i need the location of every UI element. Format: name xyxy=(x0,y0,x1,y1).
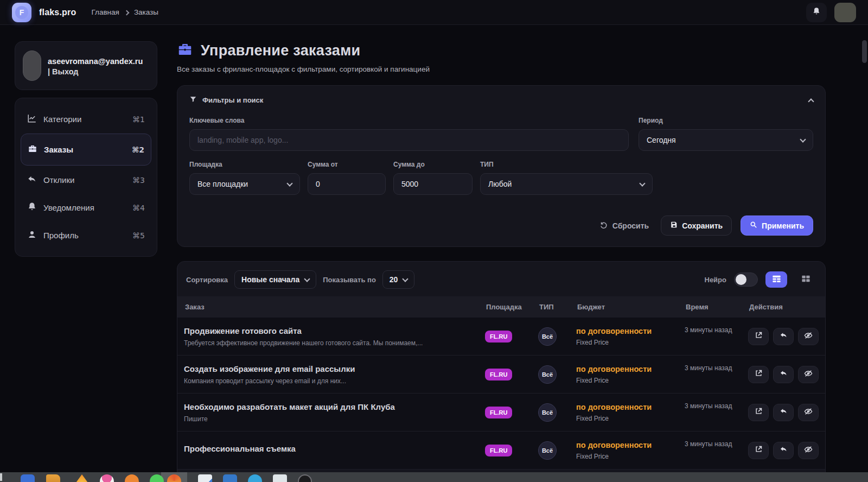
table-row[interactable]: Профессиональная съемка FL.RU Всё по дог… xyxy=(177,432,825,470)
pink-circle-app-icon[interactable] xyxy=(100,474,114,482)
sidebar-item-categories[interactable]: Категории ⌘1 xyxy=(21,106,151,132)
reply-icon xyxy=(780,331,788,341)
order-time: 3 минуты назад xyxy=(685,394,748,410)
telegram-app-icon[interactable] xyxy=(248,474,262,482)
scrollbar-thumb[interactable] xyxy=(862,40,867,63)
open-external-button[interactable] xyxy=(748,366,769,383)
reply-button[interactable] xyxy=(773,442,794,459)
shortcut-badge: ⌘5 xyxy=(132,231,145,240)
bell-icon xyxy=(812,7,821,18)
sort-select[interactable]: Новые сначала xyxy=(234,270,316,289)
breadcrumb-home[interactable]: Главная xyxy=(92,8,119,16)
reply-icon xyxy=(780,445,788,455)
col-time: Время xyxy=(685,303,748,311)
chevron-right-icon xyxy=(124,10,129,15)
dark-circle-app-icon[interactable] xyxy=(298,474,312,482)
sidebar-item-label: Категории xyxy=(43,115,81,124)
period-select[interactable]: Сегодня xyxy=(639,129,813,151)
apply-button[interactable]: Применить xyxy=(741,215,813,236)
open-external-button[interactable] xyxy=(748,404,769,421)
table-row[interactable]: Необходимо разработать макет акций для П… xyxy=(177,394,825,432)
col-budget: Бюджет xyxy=(576,303,685,311)
blue-app-icon[interactable] xyxy=(21,474,35,482)
sum-from-input[interactable] xyxy=(308,173,386,195)
external-link-icon xyxy=(755,445,763,455)
app-window: F flaks.pro Главная Заказы aseevromana@y… xyxy=(0,0,868,482)
doc-app-icon[interactable] xyxy=(198,474,212,482)
open-external-button[interactable] xyxy=(748,442,769,459)
chevron-down-icon xyxy=(800,136,806,142)
platform-badge: FL.RU xyxy=(485,369,512,380)
eye-off-icon xyxy=(804,369,813,380)
neuro-toggle[interactable] xyxy=(734,272,758,287)
order-budget-type: Fixed Price xyxy=(576,377,685,384)
app-logo[interactable]: F xyxy=(12,3,31,22)
chevron-down-icon xyxy=(403,276,409,282)
notes-app-icon[interactable] xyxy=(273,474,287,482)
sidebar-item-responses[interactable]: Отклики ⌘3 xyxy=(21,167,151,193)
platform-badge: FL.RU xyxy=(485,445,512,456)
type-select[interactable]: Любой xyxy=(480,173,653,195)
save-icon xyxy=(670,221,678,230)
folder-app-icon[interactable] xyxy=(46,474,60,482)
save-button[interactable]: Сохранить xyxy=(661,215,732,236)
order-title[interactable]: Создать изображение для email рассылки xyxy=(184,364,485,373)
order-title[interactable]: Профессиональная съемка xyxy=(184,444,485,453)
table-header: Заказ Площадка ТИП Бюджет Время Действия xyxy=(177,296,825,318)
platform-select[interactable]: Все площадки xyxy=(189,173,300,195)
eye-off-icon xyxy=(804,331,813,342)
collapse-chevron-icon[interactable] xyxy=(808,98,814,104)
hide-button[interactable] xyxy=(798,442,819,459)
sum-from-label: Сумма от xyxy=(308,161,386,168)
user-avatar-button[interactable] xyxy=(834,3,856,22)
hide-button[interactable] xyxy=(798,328,819,345)
order-budget-type: Fixed Price xyxy=(576,453,685,460)
blue-square-app-icon[interactable] xyxy=(223,474,237,482)
notifications-button[interactable] xyxy=(806,3,827,22)
order-time: 3 минуты назад xyxy=(685,432,748,448)
type-label: ТИП xyxy=(480,161,653,168)
open-external-button[interactable] xyxy=(748,328,769,345)
sidebar-item-notifications[interactable]: Уведомления ⌘4 xyxy=(21,194,151,221)
order-title[interactable]: Продвижение готового сайта xyxy=(184,326,485,335)
logout-link[interactable]: | Выход xyxy=(48,67,143,76)
table-view-button[interactable] xyxy=(765,271,787,288)
breadcrumb: Главная Заказы xyxy=(92,8,159,16)
sidebar-item-orders[interactable]: Заказы ⌘2 xyxy=(21,134,151,166)
per-page-label: Показывать по xyxy=(323,276,376,284)
reply-button[interactable] xyxy=(773,404,794,421)
sidebar-item-label: Профиль xyxy=(43,231,79,240)
order-title[interactable]: Необходимо разработать макет акций для П… xyxy=(184,402,485,411)
chevron-down-icon xyxy=(304,276,310,282)
orange-circle-app-icon[interactable] xyxy=(125,474,139,482)
grid-view-button[interactable] xyxy=(795,271,816,288)
order-desc: Пишите xyxy=(184,415,485,423)
order-budget: по договоренности xyxy=(576,403,685,411)
sidebar-item-label: Заказы xyxy=(44,145,73,154)
hide-button[interactable] xyxy=(798,366,819,383)
table-row[interactable]: Создать изображение для email рассылки К… xyxy=(177,356,825,394)
taskbar-edge-button[interactable] xyxy=(0,473,2,481)
per-page-select[interactable]: 20 xyxy=(382,270,415,289)
flame-app-icon[interactable] xyxy=(75,474,89,482)
order-budget: по договоренности xyxy=(576,365,685,373)
main-content: Управление заказами Все заказы с фриланс… xyxy=(162,25,868,482)
reply-button[interactable] xyxy=(773,328,794,345)
reply-button[interactable] xyxy=(773,366,794,383)
col-order: Заказ xyxy=(184,303,485,311)
sidebar-nav: Категории ⌘1 Заказы ⌘2 Отклики ⌘3 xyxy=(15,98,157,257)
shortcut-badge: ⌘4 xyxy=(132,204,145,212)
sum-to-input[interactable] xyxy=(393,173,473,195)
keywords-label: Ключевые слова xyxy=(189,117,629,124)
type-badge: Всё xyxy=(538,365,557,384)
table-row[interactable]: Продвижение готового сайта Требуется эфф… xyxy=(177,318,825,356)
user-email: aseevromana@yandex.ru xyxy=(48,55,143,67)
neuro-label: Нейро xyxy=(705,276,727,284)
hide-button[interactable] xyxy=(798,404,819,421)
chevron-down-icon xyxy=(286,180,292,186)
sidebar-item-profile[interactable]: Профиль ⌘5 xyxy=(21,222,151,249)
grid-view-icon xyxy=(801,275,810,285)
order-desc: Требуется эффективное продвижение нашего… xyxy=(184,339,485,347)
keywords-input[interactable] xyxy=(189,129,629,151)
reset-button[interactable]: Сбросить xyxy=(597,217,652,235)
